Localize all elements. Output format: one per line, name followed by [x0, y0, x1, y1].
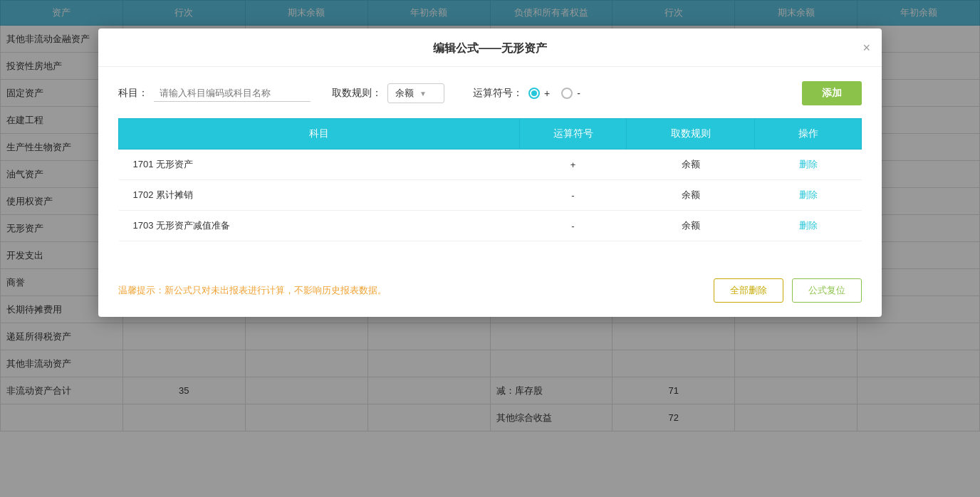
formula-rule: 余额	[627, 211, 755, 241]
rule-value: 余额	[395, 87, 414, 100]
delete-all-button[interactable]: 全部删除	[714, 278, 783, 303]
formula-table-row: 1703 无形资产减值准备-余额删除	[119, 211, 862, 241]
operator-group: 运算符号： + -	[473, 87, 602, 100]
modal-overlay: 编辑公式——无形资产 × 科目： 取数规则： 余额 ▼ 运算符号：	[0, 0, 980, 497]
table-header-action: 操作	[755, 119, 862, 150]
rule-group: 取数规则： 余额 ▼	[332, 83, 444, 103]
formula-subject: 1702 累计摊销	[119, 180, 520, 211]
subject-label: 科目：	[118, 87, 148, 100]
modal-title: 编辑公式——无形资产	[433, 42, 547, 54]
formula-action: 删除	[755, 211, 862, 241]
formula-table-row: 1701 无形资产+余额删除	[119, 150, 862, 180]
table-header-rule: 取数规则	[627, 119, 755, 150]
operator-radio-group: + -	[528, 88, 580, 99]
modal-dialog: 编辑公式——无形资产 × 科目： 取数规则： 余额 ▼ 运算符号：	[98, 28, 882, 317]
radio-plus-label: +	[544, 88, 550, 99]
subject-input[interactable]	[154, 85, 311, 102]
delete-row-link[interactable]: 删除	[799, 220, 818, 231]
formula-rule: 余额	[627, 150, 755, 180]
table-header-operator: 运算符号	[520, 119, 627, 150]
rule-label: 取数规则：	[332, 87, 382, 100]
delete-row-link[interactable]: 删除	[799, 159, 818, 169]
formula-operator: -	[520, 180, 627, 211]
subject-group: 科目：	[118, 85, 311, 102]
modal-body: 科目： 取数规则： 余额 ▼ 运算符号： +	[98, 67, 882, 270]
radio-minus-circle	[561, 88, 573, 99]
select-arrow-icon: ▼	[419, 90, 427, 98]
formula-rule: 余额	[627, 180, 755, 211]
modal-header: 编辑公式——无形资产 ×	[98, 28, 882, 67]
radio-minus[interactable]: -	[561, 88, 580, 99]
radio-plus[interactable]: +	[528, 88, 550, 99]
add-button[interactable]: 添加	[802, 81, 862, 105]
formula-action: 删除	[755, 150, 862, 180]
footer-buttons: 全部删除 公式复位	[714, 278, 862, 303]
radio-plus-circle	[528, 88, 540, 99]
formula-table-row: 1702 累计摊销-余额删除	[119, 180, 862, 211]
formula-subject: 1703 无形资产减值准备	[119, 211, 520, 241]
reset-formula-button[interactable]: 公式复位	[792, 278, 862, 303]
formula-action: 删除	[755, 180, 862, 211]
formula-operator: +	[520, 150, 627, 180]
radio-minus-label: -	[577, 88, 580, 99]
delete-row-link[interactable]: 删除	[799, 189, 818, 200]
operator-label: 运算符号：	[473, 87, 523, 100]
footer-hint: 温馨提示：新公式只对未出报表进行计算，不影响历史报表数据。	[118, 284, 387, 297]
rule-select[interactable]: 余额 ▼	[387, 83, 444, 103]
modal-footer: 温馨提示：新公式只对未出报表进行计算，不影响历史报表数据。 全部删除 公式复位	[98, 270, 882, 317]
formula-table: 科目 运算符号 取数规则 操作 1701 无形资产+余额删除1702 累计摊销-…	[118, 118, 862, 241]
formula-operator: -	[520, 211, 627, 241]
modal-close-button[interactable]: ×	[862, 41, 870, 54]
formula-subject: 1701 无形资产	[119, 150, 520, 180]
table-header-subject: 科目	[119, 119, 520, 150]
form-row: 科目： 取数规则： 余额 ▼ 运算符号： +	[118, 81, 862, 105]
